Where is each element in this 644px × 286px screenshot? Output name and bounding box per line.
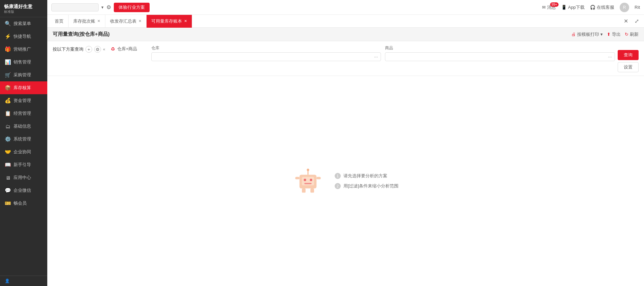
- sidebar-item-label: 快捷导航: [14, 33, 31, 40]
- brand-sub: 标准版: [4, 9, 43, 14]
- sidebar-item-label: 采购管理: [14, 72, 31, 78]
- settings-button[interactable]: 设置: [618, 62, 639, 72]
- sidebar-item-label: 新手引导: [14, 162, 31, 168]
- tab-storage-summary-label: 收发存汇总表: [110, 18, 136, 24]
- empty-hint-1: 1 请先选择要分析的方案: [335, 173, 398, 179]
- message-button[interactable]: ✉ 消息 99+: [542, 4, 556, 10]
- tab-storage-summary[interactable]: 收发存汇总表 ✕: [105, 15, 147, 28]
- avatar[interactable]: R: [620, 3, 629, 12]
- query-button[interactable]: 查询: [618, 50, 639, 60]
- service-button[interactable]: 🎧 在线客服: [590, 4, 614, 10]
- sidebar-item-finance[interactable]: 💰 资金管理: [0, 94, 47, 107]
- collab-icon: 🤝: [5, 149, 11, 155]
- sidebar-item-sales[interactable]: 📊 销售管理: [0, 56, 47, 69]
- sidebar-item-member[interactable]: 🎫 畅会员: [0, 197, 47, 210]
- tabs-bar: 首页 库存批次账 ✕ 收发存汇总表 ✕ 可用量库存账本 ✕ ✕ ⤢: [47, 15, 644, 28]
- tab-home[interactable]: 首页: [50, 15, 69, 28]
- search-icon: 🔍: [5, 21, 11, 27]
- scheme-item-warehouse-goods[interactable]: ♻ 仓库+商品: [108, 45, 149, 53]
- brand-name: 畅康通好生意: [4, 3, 43, 9]
- export-label: 导出: [612, 31, 621, 37]
- print-dropdown-icon[interactable]: ▾: [600, 32, 603, 37]
- username[interactable]: Rit: [635, 5, 640, 10]
- app-download-button[interactable]: 📱 App下载: [561, 4, 585, 10]
- sidebar-item-label: 应用中心: [14, 175, 31, 181]
- tab-maximize-button[interactable]: ⤢: [632, 17, 641, 26]
- app-icon: 📱: [561, 5, 567, 10]
- sidebar-item-label: 系统管理: [14, 136, 31, 142]
- add-scheme-button[interactable]: +: [85, 46, 92, 53]
- goods-field-label: 商品: [385, 45, 615, 51]
- svg-rect-9: [295, 177, 300, 179]
- refresh-label: 刷新: [630, 31, 639, 37]
- warehouse-input[interactable]: [154, 54, 373, 59]
- page-header-actions: 🖨 按模板打印 ▾ ⬆ 导出 ↻ 刷新: [571, 31, 639, 37]
- empty-hint-2: 2 用[过滤]条件来缩小分析范围: [335, 183, 398, 189]
- search-input[interactable]: [51, 3, 99, 11]
- sidebar-item-enterprise-collab[interactable]: 🤝 企业协同: [0, 146, 47, 158]
- page-title: 可用量查询(按仓库+商品): [53, 31, 110, 37]
- sidebar-item-label: 基础信息: [14, 123, 31, 129]
- sidebar-item-search[interactable]: 🔍 搜索菜单: [0, 17, 47, 30]
- tab-batch-ledger[interactable]: 库存批次账 ✕: [69, 15, 105, 28]
- hint-text-1: 请先选择要分析的方案: [343, 173, 387, 179]
- wechat-icon: 💬: [5, 187, 11, 193]
- sidebar-item-app-center[interactable]: 🖥 应用中心: [0, 171, 47, 184]
- export-icon: ⬆: [607, 32, 611, 37]
- sidebar-item-label: 搜索菜单: [14, 21, 31, 27]
- sidebar: 畅康通好生意 标准版 🔍 搜索菜单 ⚡ 快捷导航 🎁 营销推广 📊 销售管理 🛒…: [0, 0, 47, 286]
- svg-point-2: [304, 179, 306, 181]
- sidebar-item-inventory[interactable]: 📦 库存核算: [0, 81, 47, 94]
- sidebar-item-purchase[interactable]: 🛒 采购管理: [0, 69, 47, 81]
- purchase-icon: 🛒: [5, 72, 11, 78]
- tab-close-storage-summary[interactable]: ✕: [138, 19, 141, 23]
- tab-close-available-qty[interactable]: ✕: [184, 19, 187, 23]
- user-avatar-small: 👤: [5, 279, 10, 283]
- export-button[interactable]: ⬆ 导出: [607, 31, 621, 37]
- sidebar-item-system[interactable]: ⚙️ 系统管理: [0, 133, 47, 146]
- goods-input[interactable]: [388, 54, 607, 59]
- goods-dots-button[interactable]: ···: [608, 54, 612, 59]
- sidebar-item-basic-info[interactable]: 🗂 基础信息: [0, 120, 47, 133]
- sidebar-item-label: 营销推广: [14, 46, 31, 52]
- sidebar-item-enterprise-wechat[interactable]: 💬 企业微信: [0, 184, 47, 197]
- svg-point-3: [310, 179, 312, 181]
- shortcut-icon: ⚡: [5, 33, 11, 40]
- sidebar-item-label: 企业微信: [14, 187, 31, 193]
- sidebar-bottom[interactable]: 👤: [0, 276, 47, 286]
- empty-state: 1 请先选择要分析的方案 2 用[过滤]条件来缩小分析范围: [47, 76, 644, 286]
- sidebar-logo: 畅康通好生意 标准版: [0, 0, 47, 17]
- svg-rect-4: [304, 183, 312, 184]
- app-label: App下载: [568, 4, 585, 10]
- print-template-button[interactable]: 🖨 按模板打印 ▾: [571, 31, 603, 37]
- tab-close-batch-ledger[interactable]: ✕: [97, 19, 100, 23]
- hint-number-2: 2: [335, 183, 341, 189]
- sidebar-item-new-guide[interactable]: 📖 新手引导: [0, 158, 47, 171]
- svg-rect-10: [316, 177, 321, 179]
- finance-icon: 💰: [5, 98, 11, 104]
- refresh-button[interactable]: ↻ 刷新: [625, 31, 639, 37]
- filter-actions: 查询 设置: [618, 45, 639, 72]
- sidebar-item-marketing[interactable]: 🎁 营销推广: [0, 43, 47, 56]
- sidebar-item-label: 经营管理: [14, 110, 31, 116]
- tab-available-qty[interactable]: 可用量库存账本 ✕: [147, 15, 192, 28]
- dropdown-icon[interactable]: ▾: [101, 5, 104, 10]
- hint-text-2: 用[过滤]条件来缩小分析范围: [343, 183, 398, 189]
- inventory-icon: 📦: [5, 85, 11, 91]
- message-icon: ✉: [542, 5, 546, 10]
- scheme-item-label: 仓库+商品: [117, 46, 137, 52]
- industry-button[interactable]: 体验行业方案: [114, 3, 150, 12]
- tab-close-window-button[interactable]: ✕: [621, 17, 630, 26]
- sidebar-item-shortcut[interactable]: ⚡ 快捷导航: [0, 30, 47, 43]
- headset-icon: 🎧: [590, 5, 595, 10]
- robot-svg: [293, 164, 323, 194]
- scheme-icon: ♻: [111, 46, 115, 52]
- sidebar-item-operation[interactable]: 📋 经营管理: [0, 107, 47, 120]
- settings-scheme-button[interactable]: ⚙: [94, 46, 101, 53]
- warehouse-dots-button[interactable]: ···: [374, 54, 378, 59]
- collapse-scheme-button[interactable]: «: [103, 47, 105, 52]
- filter-panel: 按以下方案查询 + ⚙ « ♻ 仓库+商品 仓库 ···: [47, 41, 644, 76]
- content-area: 按以下方案查询 + ⚙ « ♻ 仓库+商品 仓库 ···: [47, 41, 644, 286]
- tabs-end-buttons: ✕ ⤢: [621, 17, 641, 26]
- gear-icon[interactable]: ⚙: [106, 4, 111, 10]
